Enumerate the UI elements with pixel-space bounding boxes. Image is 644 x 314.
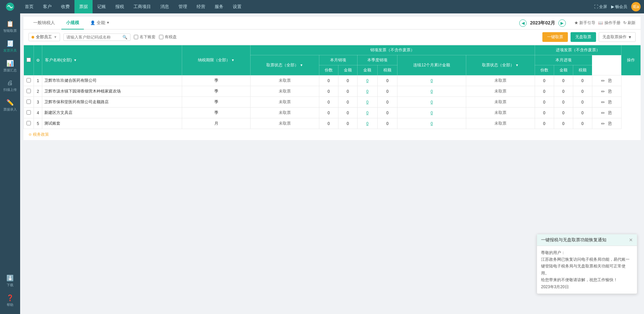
row-xiao-status-1: 未取票 [251, 86, 319, 97]
invoice-table: ⚙ 客户名称(全部) ▼ 纳税期限（全部） ▼ 销项发票（不含作废票） 进项发票… [23, 45, 641, 129]
col-customer-name: 客户名称(全部) ▼ [42, 45, 182, 75]
view-button-3[interactable]: 🖹 [607, 110, 612, 116]
view-button-0[interactable]: 🖹 [607, 78, 612, 83]
row-jin-status-2: 未取票 [466, 97, 535, 108]
toolbar: 全部员工 ▼ 🔍 名下账套 有税盘 一键取票 无盘取票 无盘取票操作 ▼ [23, 29, 641, 45]
invoice-table-container: ⚙ 客户名称(全部) ▼ 纳税期限（全部） ▼ 销项发票（不含作废票） 进项发票… [23, 45, 641, 129]
edit-button-2[interactable]: ✏ [601, 100, 605, 105]
sidebar-item-entry[interactable]: ✏️ 票据录入 [0, 96, 20, 115]
row-customer-2: 卫辉市保和堂医药有限公司走额路店 [42, 97, 182, 108]
nav-service[interactable]: 服务 [210, 0, 228, 13]
row-checkbox-4[interactable] [26, 121, 31, 125]
select-all-checkbox[interactable] [26, 58, 31, 62]
fullscreen-button[interactable]: ⛶ 全屏 [594, 4, 607, 10]
refresh-button[interactable]: ↻ 刷新 [623, 20, 636, 26]
row-checkbox-2[interactable] [26, 100, 31, 104]
view-button-4[interactable]: 🖹 [607, 121, 612, 126]
month-navigation: ◀ 2023年02月 ▶ [519, 19, 566, 27]
next-month-button[interactable]: ▶ [558, 19, 566, 27]
has-tax-disk-checkbox-label[interactable]: 有税盘 [159, 34, 177, 40]
col-tax-period: 纳税期限（全部） ▼ [182, 45, 251, 75]
nav-business[interactable]: 工商项目 [129, 0, 156, 13]
tab-general-taxpayer[interactable]: 一般纳税人 [29, 17, 60, 29]
row-actions-2: ✏ 🖹 [592, 97, 621, 108]
edit-button-4[interactable]: ✏ [601, 121, 605, 126]
edit-button-3[interactable]: ✏ [601, 110, 605, 116]
one-click-invoice-button[interactable]: 一键取票 [542, 32, 568, 42]
sidebar-item-issue-invoice[interactable]: 🧾 发票开具 [0, 37, 20, 56]
nav-tax[interactable]: 报税 [111, 0, 129, 13]
nav-home[interactable]: 首页 [20, 0, 38, 13]
has-tax-disk-checkbox[interactable] [159, 35, 163, 39]
filter-icon2[interactable]: ▼ [231, 58, 234, 62]
manual-button[interactable]: 📖 操作手册 [598, 20, 620, 26]
prev-month-button[interactable]: ◀ [519, 19, 527, 27]
row-tax-period-0: 季 [182, 75, 251, 86]
nav-settings[interactable]: 设置 [228, 0, 246, 13]
table-row: 1 卫辉市玖玖健合医药有限公司 季 未取票 0 0 0 0 0 未取票 0 0 … [24, 75, 641, 86]
member-button[interactable]: ▶ 畅会员 [611, 4, 627, 10]
view-button-1[interactable]: 🖹 [607, 89, 612, 94]
edit-button-1[interactable]: ✏ [601, 89, 605, 94]
tax-policy-link[interactable]: ⊙ 税务政策 [29, 132, 49, 137]
employee-filter-label: 全部员工 [36, 34, 52, 40]
tab-all-icon: 👤 [90, 20, 95, 25]
filter-icon3[interactable]: ▼ [300, 63, 303, 67]
tab-all[interactable]: 👤 全能 ▼ [86, 17, 114, 29]
row-checkbox-3[interactable] [26, 110, 31, 115]
tab-bar: 一般纳税人 小规模 👤 全能 ▼ ◀ 2023年02月 ▶ ★ 新手引导 📖 操… [23, 17, 641, 29]
row-jin-m-amount-2: 0 [554, 97, 573, 108]
view-button-2[interactable]: 🖹 [607, 100, 612, 105]
nav-fee[interactable]: 收费 [56, 0, 74, 13]
table-row: 3 卫辉市保和堂医药有限公司走额路店 季 未取票 0 0 0 0 0 未取票 0… [24, 97, 641, 108]
group-xiao-invoice: 销项发票（不含作废票） [251, 45, 535, 55]
sidebar-item-scan[interactable]: 🖨 扫描上传 [0, 76, 20, 96]
row-jin-m-count-2: 0 [535, 97, 554, 108]
row-index-1: 2 [34, 86, 42, 97]
edit-button-0[interactable]: ✏ [601, 78, 605, 83]
nav-invoice[interactable]: 票据 [74, 0, 93, 13]
settings-icon[interactable]: ⚙ [36, 58, 40, 63]
search-icon[interactable]: 🔍 [122, 35, 127, 40]
notification-close-button[interactable]: ✕ [629, 237, 633, 243]
nav-operation[interactable]: 经营 [192, 0, 210, 13]
row-xiao-12m-3: 0 [397, 108, 466, 118]
row-checkbox-1[interactable] [26, 89, 31, 93]
sidebar-item-download[interactable]: ⬇️ 下载 [0, 271, 20, 291]
sidebar-item-help[interactable]: ❓ 帮助 [0, 291, 20, 311]
new-guide-button[interactable]: ★ 新手引导 [574, 20, 595, 26]
col-jin-m-count: 份数 [535, 65, 554, 75]
sidebar-item-smart-invoice[interactable]: 📋 智能取票 [0, 17, 20, 37]
table-row: 4 新建区方文具店 季 未取票 0 0 0 0 0 未取票 0 0 0 ✏ 🖹 [24, 108, 641, 118]
nav-message[interactable]: 消息 [156, 0, 174, 13]
sidebar-item-download-label: 下载 [7, 283, 13, 288]
nav-manage[interactable]: 管理 [174, 0, 192, 13]
table-body: 1 卫辉市玖玖健合医药有限公司 季 未取票 0 0 0 0 0 未取票 0 0 … [24, 75, 641, 129]
no-disk-invoice-button[interactable]: 无盘取票 [571, 32, 596, 42]
filter-icon4[interactable]: ▼ [515, 63, 519, 67]
sidebar-item-summary-label: 票据汇总 [3, 68, 17, 73]
page-footer: ⊙ 税务政策 [23, 129, 641, 140]
row-xiao-q-amount-4: 0 [357, 118, 377, 129]
row-xiao-12m-1: 0 [397, 86, 466, 97]
left-sidebar: 📋 智能取票 🧾 发票开具 📊 票据汇总 🖨 扫描上传 ✏️ 票据录入 ⬇️ 下… [0, 13, 20, 314]
tab-small-scale[interactable]: 小规模 [61, 17, 84, 29]
sidebar-item-summary[interactable]: 📊 票据汇总 [0, 56, 20, 76]
col-xiao-status: 取票状态（全部） ▼ [251, 55, 319, 75]
employee-filter[interactable]: 全部员工 ▼ [29, 33, 60, 41]
refresh-icon: ↻ [623, 20, 627, 25]
nav-accounting[interactable]: 记账 [93, 0, 111, 13]
my-accounts-checkbox[interactable] [134, 35, 138, 39]
avatar[interactable]: tEa [631, 2, 641, 11]
row-xiao-q-tax-4: 0 [377, 118, 397, 129]
row-checkbox-0[interactable] [26, 78, 31, 82]
filter-dot [32, 36, 34, 39]
notification-header: 一键报税与无盘取票功能恢复通知 ✕ [537, 234, 637, 246]
my-accounts-checkbox-label[interactable]: 名下账套 [134, 34, 156, 40]
filter-icon[interactable]: ▼ [73, 58, 77, 62]
nav-customer[interactable]: 客户 [38, 0, 56, 13]
search-input[interactable] [66, 35, 122, 40]
top-navigation: 首页 客户 收费 票据 记账 报税 工商项目 消息 管理 经营 服务 设置 ⛶ … [0, 0, 644, 13]
no-disk-ops-button[interactable]: 无盘取票操作 ▼ [599, 32, 636, 42]
nav-menu: 首页 客户 收费 票据 记账 报税 工商项目 消息 管理 经营 服务 设置 [20, 0, 594, 13]
